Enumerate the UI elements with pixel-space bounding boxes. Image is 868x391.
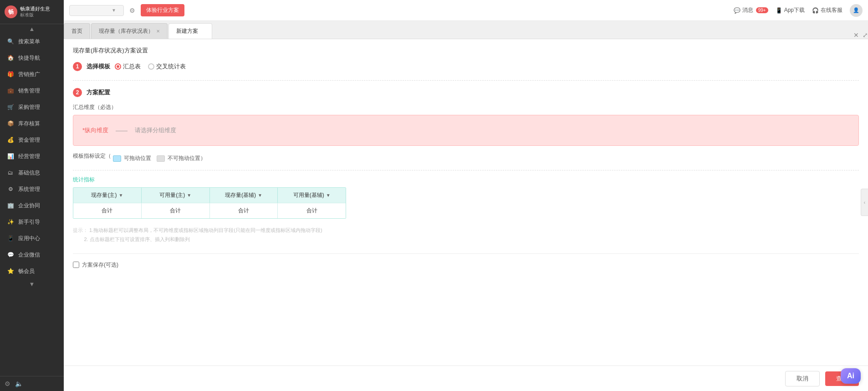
template-indicator-row: 模板指标设定（ 可拖动位置 不可拖动位置） xyxy=(73,152,859,165)
message-item[interactable]: 💬 消息 99+ xyxy=(734,6,768,14)
sidebar-item-inventory[interactable]: 📦 库存核算 xyxy=(0,115,64,132)
sidebar-item-finance[interactable]: 💰 资金管理 xyxy=(0,132,64,148)
header-3-chevron[interactable]: ▼ xyxy=(326,193,331,198)
tab-inventory[interactable]: 现存量（库存状况表） ✕ xyxy=(91,23,168,39)
sidebar-item-sales[interactable]: 💼 销售管理 xyxy=(0,82,64,99)
footer: 取消 查询 xyxy=(64,365,868,391)
not-draggable-box xyxy=(157,155,165,162)
sidebar-item-wechat[interactable]: 💬 企业微信 xyxy=(0,247,64,263)
tab-new-plan[interactable]: 新建方案 ✕ xyxy=(168,23,212,39)
app-download-icon: 📱 xyxy=(776,7,782,14)
header-0-chevron[interactable]: ▼ xyxy=(118,193,123,198)
sidebar-item-guide[interactable]: ✨ 新手引导 xyxy=(0,214,64,230)
hint-1: 1.拖动标题栏可以调整布局，不可跨维度或指标区域拖动列目字段(只能在同一维度或指… xyxy=(89,227,322,233)
sidebar-logo: 畅 畅康通好生意 标准版 xyxy=(0,0,64,24)
sidebar-item-marketing[interactable]: 🎁 营销推广 xyxy=(0,66,64,82)
stats-header-2[interactable]: 现存量(基辅) ▼ xyxy=(210,188,278,203)
ai-badge[interactable]: Ai xyxy=(841,368,861,384)
apps-icon: 📱 xyxy=(6,234,15,242)
tabs-bar: 首页 现存量（库存状况表） ✕ 新建方案 ✕ ✕ ⤢ xyxy=(64,21,868,39)
stats-cell-0-3: 合计 xyxy=(278,203,346,218)
sidebar-item-member[interactable]: ⭐ 畅会员 xyxy=(0,263,64,279)
basic-icon: 🗂 xyxy=(6,169,15,177)
section2-num: 2 xyxy=(73,88,82,97)
message-badge: 99+ xyxy=(756,7,768,13)
radio-summary-circle xyxy=(115,63,121,70)
indicator-group: 可拖动位置 不可拖动位置） xyxy=(113,154,206,162)
stats-section: 统计指标 现存量(主) ▼ 可用量(主) ▼ xyxy=(73,176,859,219)
sidebar-item-search[interactable]: 🔍 搜索菜单 xyxy=(0,33,64,50)
hint-2: 2. 点击标题栏下拉可设置排序、插入列和删除列 xyxy=(84,237,189,242)
indicator-draggable: 可拖动位置 xyxy=(113,154,151,162)
topbar-gear-icon[interactable]: ⚙ xyxy=(129,7,135,14)
speaker-icon[interactable]: 🔈 xyxy=(15,380,23,387)
sidebar-bottom: ⚙ 🔈 xyxy=(0,376,64,391)
header-2-chevron[interactable]: ▼ xyxy=(258,193,262,198)
hints: 提示： 1.拖动标题栏可以调整布局，不可跨维度或指标区域拖动列目字段(只能在同一… xyxy=(73,226,859,244)
section-template: 1 选择模板 汇总表 交叉统计表 xyxy=(73,62,859,71)
radio-cross[interactable]: 交叉统计表 xyxy=(148,62,186,71)
section2-title: 方案配置 xyxy=(87,88,110,97)
online-support-item[interactable]: 🎧 在线客服 xyxy=(812,6,842,14)
dim-placeholder[interactable]: 请选择分组维度 xyxy=(135,126,176,134)
save-label: 方案保存(可选) xyxy=(82,261,118,269)
user-avatar[interactable]: 👤 xyxy=(850,4,863,17)
tab-home[interactable]: 首页 xyxy=(64,23,90,39)
sidebar-scroll-down[interactable]: ▼ xyxy=(0,279,64,288)
header-1-chevron[interactable]: ▼ xyxy=(187,193,191,198)
search-icon: 🔍 xyxy=(6,37,15,46)
support-icon: 🎧 xyxy=(812,7,819,14)
wechat-icon: 💬 xyxy=(6,251,15,259)
guide-icon: ✨ xyxy=(6,218,15,226)
stats-data-row-0: 合计 合计 合计 合计 xyxy=(73,203,346,218)
stats-header-3[interactable]: 可用量(基辅) ▼ xyxy=(278,188,346,203)
sidebar-scroll-up[interactable]: ▲ xyxy=(0,24,64,33)
sidebar-item-nav[interactable]: 🏠 快捷导航 xyxy=(0,50,64,66)
sidebar-item-apps[interactable]: 📱 应用中心 xyxy=(0,230,64,247)
topbar-right: 💬 消息 99+ 📱 App下载 🎧 在线客服 👤 xyxy=(734,4,863,17)
radio-summary[interactable]: 汇总表 xyxy=(115,62,141,71)
template-radio-group: 汇总表 交叉统计表 xyxy=(115,62,186,71)
home-icon: 🏠 xyxy=(6,54,15,62)
inventory-icon: 📦 xyxy=(6,119,15,128)
window-close-icon[interactable]: ✕ xyxy=(853,31,859,39)
app-logo-text: 畅康通好生意 标准版 xyxy=(20,5,50,18)
page-title: 现存量(库存状况表)方案设置 xyxy=(73,46,859,55)
enterprise-icon: 🏢 xyxy=(6,201,15,210)
sidebar-item-enterprise[interactable]: 🏢 企业协同 xyxy=(0,197,64,214)
main-area: ▼ ⚙ 体验行业方案 💬 消息 99+ 📱 App下载 🎧 在线客服 👤 首页 xyxy=(64,0,868,391)
dim-arrow: —— xyxy=(116,127,128,134)
industry-plan-button[interactable]: 体验行业方案 xyxy=(141,4,184,16)
sidebar-item-business[interactable]: 📊 经营管理 xyxy=(0,148,64,165)
stats-cell-0-0: 合计 xyxy=(73,203,142,218)
sidebar-item-purchase[interactable]: 🛒 采购管理 xyxy=(0,99,64,115)
topbar-search-box[interactable]: ▼ xyxy=(69,5,124,16)
business-icon: 📊 xyxy=(6,152,15,160)
sidebar-item-basic[interactable]: 🗂 基础信息 xyxy=(0,165,64,181)
tab-new-plan-close[interactable]: ✕ xyxy=(201,29,204,34)
sidebar-item-system[interactable]: ⚙ 系统管理 xyxy=(0,181,64,197)
indicator-not-draggable: 不可拖动位置） xyxy=(157,154,206,162)
hint-title: 提示： xyxy=(73,227,88,233)
cancel-button[interactable]: 取消 xyxy=(785,371,820,386)
stats-header-0[interactable]: 现存量(主) ▼ xyxy=(73,188,142,203)
settings-icon[interactable]: ⚙ xyxy=(5,380,10,387)
section1-num: 1 xyxy=(73,62,82,71)
topbar-search-input[interactable] xyxy=(73,7,110,14)
section1-title: 选择模板 xyxy=(87,62,110,71)
stats-label: 统计指标 xyxy=(73,176,859,184)
tab-inventory-close[interactable]: ✕ xyxy=(156,29,160,34)
stats-header-1[interactable]: 可用量(主) ▼ xyxy=(142,188,210,203)
section1-header: 1 选择模板 汇总表 交叉统计表 xyxy=(73,62,859,71)
stats-table: 现存量(主) ▼ 可用量(主) ▼ 现存量(基辅) ▼ xyxy=(73,187,346,219)
template-label: 模板指标设定（ xyxy=(73,152,111,160)
finance-icon: 💰 xyxy=(6,136,15,144)
right-collapse-handle[interactable]: ‹ xyxy=(861,189,868,216)
window-controls: ✕ ⤢ xyxy=(853,31,868,39)
app-logo-icon: 畅 xyxy=(5,5,17,18)
gift-icon: 🎁 xyxy=(6,70,15,78)
save-checkbox[interactable] xyxy=(73,262,79,268)
window-expand-icon[interactable]: ⤢ xyxy=(863,31,868,39)
app-download-item[interactable]: 📱 App下载 xyxy=(776,6,805,14)
topbar-search-chevron[interactable]: ▼ xyxy=(112,8,116,13)
